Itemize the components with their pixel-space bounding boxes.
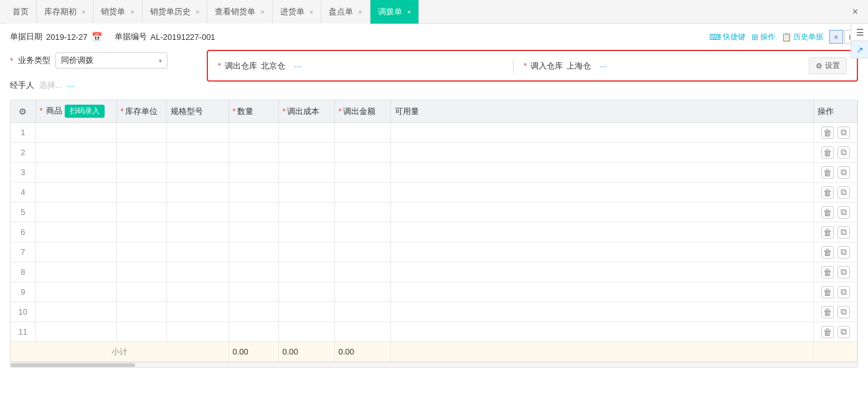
row-spec[interactable] [166,282,229,302]
tab-sales-order-close[interactable]: × [130,8,134,16]
tab-inventory-init-close[interactable]: × [82,8,85,16]
row-amount[interactable] [334,202,390,222]
row-goods[interactable] [35,202,116,222]
tab-inventory-check-close[interactable]: × [358,8,362,16]
delete-icon[interactable]: 🗑 [821,146,834,159]
scroll-thumb[interactable] [11,363,135,367]
row-spec[interactable] [166,322,229,342]
row-amount[interactable] [334,302,390,322]
tab-sales-order[interactable]: 销货单 × [93,0,142,24]
horizontal-scrollbar[interactable] [11,362,857,367]
right-tool-expand-button[interactable]: ↗ [851,41,868,59]
row-qty[interactable] [229,242,278,262]
row-cost[interactable] [278,302,334,322]
delete-icon[interactable]: 🗑 [821,226,834,239]
row-unit[interactable] [116,302,166,322]
copy-icon[interactable]: ⧉ [837,166,850,179]
row-spec[interactable] [166,222,229,242]
row-qty[interactable] [229,163,278,183]
row-amount[interactable] [334,183,390,202]
delete-icon[interactable]: 🗑 [821,206,834,219]
tab-transfer-order-close[interactable]: × [407,8,411,16]
row-amount[interactable] [334,242,390,262]
tab-inventory-check[interactable]: 盘点单 × [321,0,370,24]
row-unit[interactable] [116,183,166,202]
row-qty[interactable] [229,282,278,302]
row-amount[interactable] [334,322,390,342]
row-spec[interactable] [166,163,229,183]
tab-home[interactable]: 首页 [5,0,37,24]
row-available[interactable] [390,302,814,322]
copy-icon[interactable]: ⧉ [837,326,850,338]
row-cost[interactable] [278,322,334,342]
tab-sales-history[interactable]: 销货单历史 × [143,0,207,24]
row-amount[interactable] [334,282,390,302]
row-goods[interactable] [35,262,116,282]
row-unit[interactable] [116,123,166,143]
row-unit[interactable] [116,222,166,242]
row-available[interactable] [390,222,814,242]
row-cost[interactable] [278,163,334,183]
row-cost[interactable] [278,242,334,262]
row-goods[interactable] [35,183,116,202]
row-goods[interactable] [35,143,116,163]
copy-icon[interactable]: ⧉ [837,186,850,199]
delete-icon[interactable]: 🗑 [821,266,834,278]
row-amount[interactable] [334,163,390,183]
row-goods[interactable] [35,302,116,322]
delete-icon[interactable]: 🗑 [821,126,834,139]
history-button[interactable]: 📋 历史单据 [781,32,823,42]
row-qty[interactable] [229,123,278,143]
row-spec[interactable] [166,143,229,163]
copy-icon[interactable]: ⧉ [837,206,850,219]
row-spec[interactable] [166,202,229,222]
row-amount[interactable] [334,262,390,282]
row-unit[interactable] [116,262,166,282]
scan-entry-button[interactable]: 扫码录入 [65,105,105,118]
row-cost[interactable] [278,282,334,302]
row-unit[interactable] [116,143,166,163]
row-unit[interactable] [116,242,166,262]
row-goods[interactable] [35,282,116,302]
row-available[interactable] [390,242,814,262]
settings-button[interactable]: ⚙ 设置 [809,57,847,74]
handler-more-icon[interactable]: ··· [67,81,74,90]
row-spec[interactable] [166,242,229,262]
row-cost[interactable] [278,262,334,282]
row-goods[interactable] [35,163,116,183]
row-cost[interactable] [278,202,334,222]
row-qty[interactable] [229,322,278,342]
row-qty[interactable] [229,302,278,322]
row-available[interactable] [390,282,814,302]
target-warehouse-more-button[interactable]: ··· [600,61,607,71]
operations-button[interactable]: ⊞ 操作 [752,32,775,42]
row-unit[interactable] [116,163,166,183]
row-spec[interactable] [166,262,229,282]
shortcuts-button[interactable]: ⌨ 快捷键 [709,32,745,42]
delete-icon[interactable]: 🗑 [821,286,834,298]
row-available[interactable] [390,163,814,183]
tab-transfer-order[interactable]: 调拨单 × [370,0,419,24]
copy-icon[interactable]: ⧉ [837,126,850,139]
copy-icon[interactable]: ⧉ [837,266,850,278]
delete-icon[interactable]: 🗑 [821,186,834,199]
row-goods[interactable] [35,322,116,342]
row-qty[interactable] [229,143,278,163]
row-unit[interactable] [116,282,166,302]
row-cost[interactable] [278,183,334,202]
delete-icon[interactable]: 🗑 [821,246,834,259]
tab-purchase-order-close[interactable]: × [309,8,313,16]
right-tool-list-button[interactable]: ☰ [851,24,868,41]
handler-placeholder[interactable]: 选择... [39,80,62,91]
row-unit[interactable] [116,322,166,342]
business-type-select[interactable]: 同价调拨 ▾ [55,52,167,69]
tab-sales-history-close[interactable]: × [196,8,199,16]
tab-view-sales-close[interactable]: × [260,8,264,16]
tab-purchase-order[interactable]: 进货单 × [273,0,321,24]
row-goods[interactable] [35,123,116,143]
copy-icon[interactable]: ⧉ [837,286,850,298]
row-cost[interactable] [278,143,334,163]
row-available[interactable] [390,262,814,282]
delete-icon[interactable]: 🗑 [821,306,834,318]
row-amount[interactable] [334,222,390,242]
